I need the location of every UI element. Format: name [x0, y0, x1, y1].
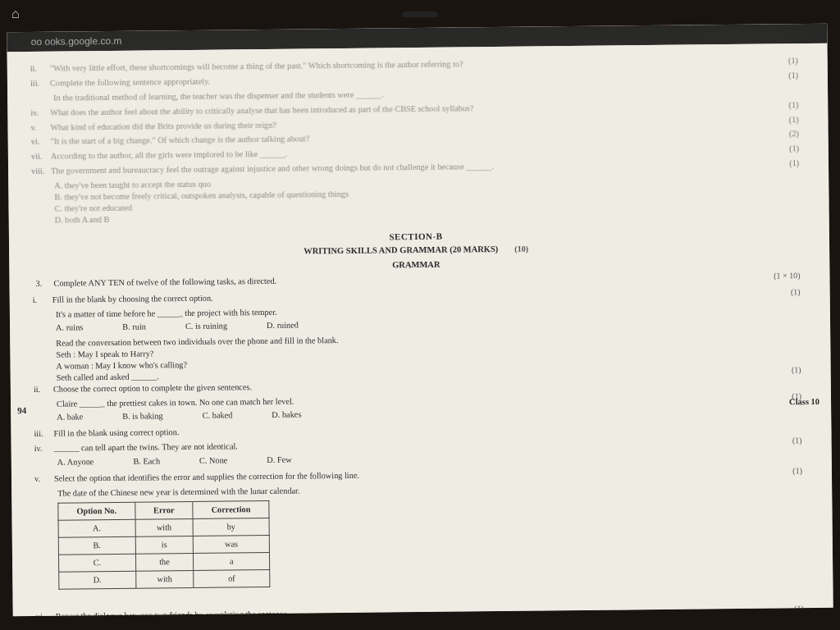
phone-sensor [402, 11, 438, 17]
table-row: B.iswas [58, 535, 269, 555]
page-number-left: 94 [17, 404, 26, 417]
table-row: D.withof [59, 569, 270, 589]
page-number-right: Class 10 [789, 396, 819, 409]
question-vi: vi.Report the dialogue between two frien… [36, 603, 804, 617]
status-spacer [15, 36, 17, 48]
device-frame: ⌂ oo ooks.google.co.m ii."With very litt… [0, 0, 840, 630]
page-content: ii."With very little effort, these short… [7, 43, 833, 616]
table-row: A.withby [58, 518, 269, 537]
screen: oo ooks.google.co.m ii."With very little… [7, 24, 833, 616]
home-icon[interactable]: ⌂ [11, 7, 20, 21]
error-correction-table: Option No.ErrorCorrection A.withby B.isw… [57, 500, 270, 589]
table-row: C.thea [58, 552, 269, 572]
top-passage: ii."With very little effort, these short… [30, 55, 800, 226]
url-text: oo ooks.google.co.m [31, 35, 122, 48]
